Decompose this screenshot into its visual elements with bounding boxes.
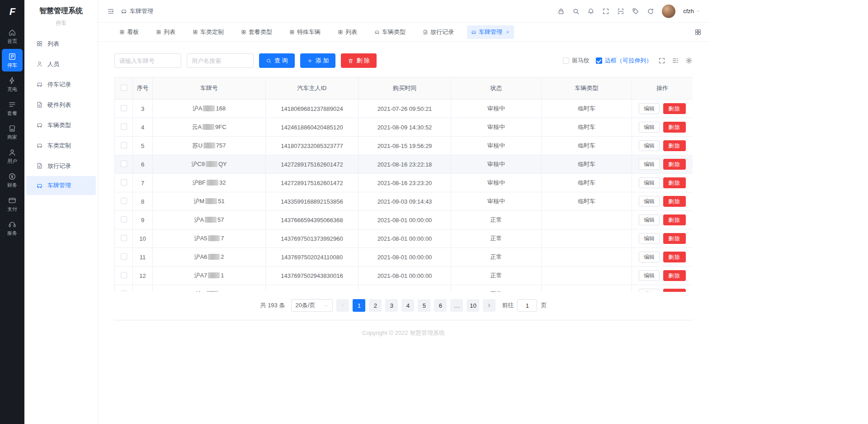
edit-button[interactable]: 编辑 (639, 159, 660, 170)
collapse-menu-icon[interactable] (107, 8, 114, 15)
tab-7[interactable]: 放行记录 (419, 25, 458, 39)
fullscreen-table-icon[interactable] (658, 57, 665, 64)
app-logo[interactable]: F (0, 0, 24, 24)
rail-item-shop[interactable]: 商家 (2, 121, 23, 143)
row-checkbox[interactable] (121, 272, 127, 278)
tag-icon[interactable] (632, 8, 639, 15)
edit-button[interactable]: 编辑 (639, 270, 660, 281)
column-header: 车辆类型 (542, 77, 632, 100)
add-button[interactable]: 添 加 (300, 53, 336, 68)
user-menu[interactable]: cfzh (683, 8, 701, 14)
tab-1[interactable]: 列表 (152, 25, 179, 39)
page-button-4[interactable]: 4 (401, 299, 414, 312)
sidebar-item-7[interactable]: 车牌管理 (26, 176, 96, 195)
search-icon[interactable] (572, 8, 580, 15)
row-delete-button[interactable]: 删除 (663, 196, 686, 207)
scan-icon[interactable] (617, 8, 624, 15)
density-icon[interactable] (672, 57, 679, 64)
page-numbers: 123456…10 (353, 299, 479, 312)
border-checkbox-box[interactable] (596, 57, 602, 64)
delete-button[interactable]: 删 除 (341, 53, 377, 68)
row-delete-button[interactable]: 删除 (663, 252, 686, 262)
row-delete-button[interactable]: 删除 (663, 270, 686, 281)
tab-2[interactable]: 车类定制 (189, 25, 228, 39)
query-button[interactable]: 查 询 (259, 53, 295, 68)
username-search-input[interactable] (187, 53, 254, 68)
rail-item-bolt[interactable]: 充电 (2, 73, 23, 95)
row-delete-button[interactable]: 删除 (663, 140, 686, 151)
sidebar-item-0[interactable]: 列表 (24, 33, 98, 54)
rail-item-parking[interactable]: 停车 (2, 49, 23, 71)
select-all-checkbox[interactable] (121, 85, 127, 91)
border-checkbox[interactable]: 边框（可拉伸列） (596, 57, 652, 65)
row-checkbox[interactable] (121, 124, 127, 130)
prev-page-button[interactable] (336, 299, 349, 312)
page-button-1[interactable]: 1 (353, 299, 365, 312)
refresh-icon[interactable] (647, 8, 654, 15)
rail-item-user[interactable]: 用户 (2, 145, 23, 167)
fullscreen-icon[interactable] (602, 8, 609, 15)
row-checkbox[interactable] (121, 198, 127, 204)
tabs-options-icon[interactable] (694, 29, 702, 36)
edit-button[interactable]: 编辑 (639, 233, 660, 244)
tab-6[interactable]: 车辆类型 (370, 25, 410, 39)
lock-icon[interactable] (557, 8, 565, 15)
zebra-checkbox-box[interactable] (563, 57, 569, 64)
row-delete-button[interactable]: 删除 (663, 103, 686, 114)
row-checkbox[interactable] (121, 142, 127, 148)
row-checkbox[interactable] (121, 105, 127, 111)
row-checkbox[interactable] (121, 253, 127, 260)
rail-item-meal[interactable]: 套餐 (2, 97, 23, 119)
sidebar-item-3[interactable]: 硬件列表 (24, 95, 98, 115)
settings-gear-icon[interactable] (685, 57, 693, 64)
edit-button[interactable]: 编辑 (639, 103, 660, 114)
sidebar-item-1[interactable]: 人员 (24, 54, 98, 74)
row-checkbox[interactable] (121, 179, 127, 186)
sidebar-item-4[interactable]: 车辆类型 (24, 115, 98, 135)
edit-button[interactable]: 编辑 (639, 122, 660, 133)
tab-3[interactable]: 套餐类型 (237, 25, 276, 39)
page-button-6[interactable]: 6 (434, 299, 447, 312)
edit-button[interactable]: 编辑 (639, 252, 660, 262)
row-delete-button[interactable]: 删除 (663, 159, 686, 170)
edit-button[interactable]: 编辑 (639, 140, 660, 151)
page-button-3[interactable]: 3 (385, 299, 398, 312)
page-size-select[interactable]: 20条/页 (291, 299, 333, 312)
row-delete-button[interactable]: 删除 (663, 122, 686, 133)
rail-item-finance[interactable]: 财务 (2, 169, 23, 191)
tab-0[interactable]: 看板 (115, 25, 143, 39)
row-checkbox[interactable] (121, 235, 127, 241)
row-checkbox[interactable] (121, 216, 127, 223)
row-delete-button[interactable]: 删除 (663, 177, 686, 188)
row-delete-button[interactable]: 删除 (663, 289, 686, 292)
row-delete-button[interactable]: 删除 (663, 214, 686, 225)
plate-search-input[interactable] (114, 53, 181, 68)
rail-item-pay[interactable]: 支付 (2, 193, 23, 215)
row-delete-button[interactable]: 删除 (663, 233, 686, 244)
goto-page-input[interactable] (517, 299, 537, 312)
more-pages[interactable]: … (450, 299, 463, 312)
tab-8[interactable]: 车牌管理 (467, 25, 514, 39)
rail-item-service[interactable]: 服务 (2, 217, 23, 239)
edit-button[interactable]: 编辑 (639, 196, 660, 207)
sidebar-item-2[interactable]: 停车记录 (24, 74, 98, 95)
close-icon[interactable] (505, 30, 510, 34)
page-button-2[interactable]: 2 (369, 299, 382, 312)
tab-label: 套餐类型 (249, 28, 272, 36)
page-button-5[interactable]: 5 (418, 299, 430, 312)
next-page-button[interactable] (483, 299, 495, 312)
edit-button[interactable]: 编辑 (639, 289, 660, 292)
sidebar-item-5[interactable]: 车类定制 (24, 135, 98, 156)
tab-4[interactable]: 特殊车辆 (285, 25, 325, 39)
tab-5[interactable]: 列表 (334, 25, 361, 39)
page-button-10[interactable]: 10 (467, 299, 479, 312)
zebra-checkbox[interactable]: 斑马纹 (563, 57, 590, 65)
edit-button[interactable]: 编辑 (639, 214, 660, 225)
edit-button[interactable]: 编辑 (639, 177, 660, 188)
bell-icon[interactable] (587, 8, 594, 15)
sidebar-item-6[interactable]: 放行记录 (24, 156, 98, 176)
avatar[interactable] (662, 5, 675, 18)
row-checkbox[interactable] (121, 291, 127, 292)
row-checkbox[interactable] (121, 161, 127, 167)
rail-item-home[interactable]: 首页 (2, 25, 23, 48)
